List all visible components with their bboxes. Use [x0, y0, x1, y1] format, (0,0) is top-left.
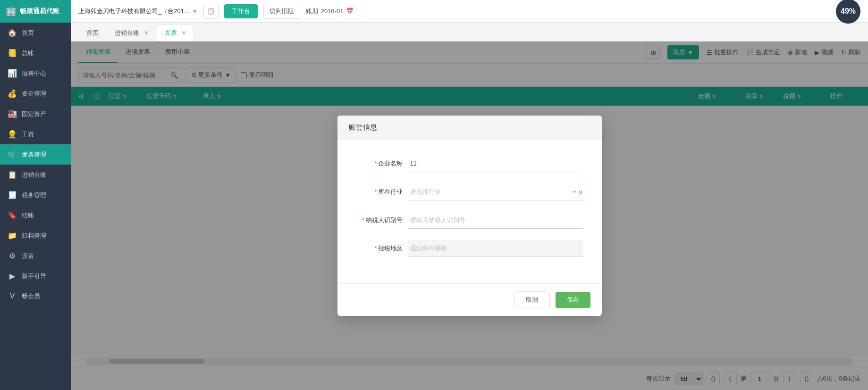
speed-widget: 49% ▲ 8.5K/s ▼ 2.6K/s: [836, 0, 860, 24]
save-button[interactable]: 保存: [556, 292, 590, 308]
home-icon: 🏠: [8, 28, 17, 37]
tab-home[interactable]: 首页: [78, 25, 107, 41]
copy-button[interactable]: 📋: [203, 4, 219, 19]
industry-select-wrap[interactable]: 请选择行业 ∨: [408, 183, 583, 200]
tab-home-label: 首页: [86, 29, 99, 36]
capital-icon: 💰: [8, 89, 17, 98]
app-logo: 🏢 畅康通易代账: [0, 0, 71, 23]
sidebar-item-salestrade[interactable]: 📋 进销台账: [0, 165, 71, 185]
workbench-button[interactable]: 工作台: [224, 4, 258, 18]
company-name-label: *企业名称: [356, 159, 408, 168]
sidebar-item-label: 固定资产: [22, 110, 46, 118]
sidebar-item-guide[interactable]: ▶ 新手引导: [0, 266, 71, 286]
cancel-button[interactable]: 取消: [514, 291, 550, 308]
sidebar-item-label: 报表中心: [22, 69, 46, 78]
sidebar-item-label: 总账: [22, 49, 34, 58]
archive-icon: 📁: [8, 231, 17, 240]
main-area: 上海卯金刀电子科技有限公司_（台201... ▼ 📋 工作台 切到旧版 账期 2…: [71, 0, 868, 390]
tab-invoice-close[interactable]: ✕: [181, 30, 186, 36]
account-info-modal: 账套信息 *企业名称 *所在行业: [337, 116, 602, 316]
modal-footer: 取消 保存: [337, 283, 602, 316]
sidebar-item-label: 归档管理: [22, 232, 46, 240]
settings-icon: ⚙: [8, 251, 17, 260]
sidebar-item-home[interactable]: 🏠 首页: [0, 23, 71, 43]
required-mark-taxid: *: [362, 216, 364, 224]
modal-header: 账套信息: [337, 116, 602, 140]
tab-invoice[interactable]: 发票 ✕: [157, 25, 194, 41]
required-mark: *: [374, 160, 377, 167]
tab-salestrade[interactable]: 进销台账 ✕: [107, 25, 157, 41]
period-value: 2016-01: [321, 8, 344, 15]
modal-row-industry: *所在行业 请选择行业 ∨: [356, 183, 583, 200]
company-name-input[interactable]: [408, 155, 583, 172]
sidebar-item-label: 进销台账: [22, 171, 46, 179]
sidebar: 🏢 畅康通易代账 🏠 首页 📒 总账 📊 报表中心 💰 资金管理 🏭: [0, 0, 71, 390]
modal-row-company: *企业名称: [356, 155, 583, 172]
sidebar-item-taxmgr[interactable]: 🧾 税务管理: [0, 185, 71, 205]
sidebar-item-assets[interactable]: 🏭 固定资产: [0, 104, 71, 124]
sidebar-item-salary[interactable]: 👷 工资: [0, 124, 71, 144]
company-name: 上海卯金刀电子科技有限公司_（台201...: [78, 7, 189, 16]
old-version-button[interactable]: 切到旧版: [263, 4, 300, 19]
tab-invoice-label: 发票: [165, 29, 177, 36]
logo-icon: 🏢: [6, 6, 16, 17]
sidebar-item-label: 资金管理: [22, 90, 46, 98]
topbar: 上海卯金刀电子科技有限公司_（台201... ▼ 📋 工作台 切到旧版 账期 2…: [71, 0, 868, 23]
industry-select[interactable]: 请选择行业: [408, 188, 578, 196]
speed-percent: 49%: [841, 7, 856, 16]
company-dropdown-icon[interactable]: ▼: [192, 8, 198, 15]
sidebar-item-label: 发票管理: [22, 150, 46, 159]
sidebar-item-capital[interactable]: 💰 资金管理: [0, 83, 71, 104]
content-area: 销项发票 进项发票 费用小票 ⊞ 取票 ▼ ☰ 批量操作: [71, 41, 868, 390]
sidebar-item-label: 畅会员: [22, 292, 40, 300]
required-mark-industry: *: [374, 188, 377, 195]
sidebar-item-settle[interactable]: 🔖 结账: [0, 205, 71, 225]
taxregion-placeholder: 通过税号获取: [410, 244, 447, 253]
modal-title: 账套信息: [349, 123, 377, 131]
taxid-input[interactable]: [408, 212, 583, 229]
industry-dropdown-icon: ∨: [578, 188, 583, 196]
modal-row-taxregion: *报税地区 通过税号获取: [356, 240, 583, 257]
tab-salestrade-label: 进销台账: [115, 29, 139, 36]
modal-overlay: 账套信息 *企业名称 *所在行业: [71, 41, 868, 390]
company-info: 上海卯金刀电子科技有限公司_（台201... ▼: [78, 7, 198, 16]
sidebar-item-member[interactable]: V 畅会员: [0, 286, 71, 306]
modal-body: *企业名称 *所在行业 请选择行业: [337, 140, 602, 283]
sidebar-item-label: 首页: [22, 29, 34, 37]
sidebar-item-settings[interactable]: ⚙ 设置: [0, 246, 71, 266]
member-icon: V: [8, 292, 17, 300]
sidebar-item-label: 税务管理: [22, 191, 46, 199]
taxregion-field: 通过税号获取: [408, 240, 583, 257]
sidebar-item-archive[interactable]: 📁 归档管理: [0, 225, 71, 246]
guide-icon: ▶: [8, 272, 17, 281]
period-info: 账期 2016-01 📅: [306, 7, 354, 16]
taxregion-label: *报税地区: [356, 244, 408, 253]
sidebar-item-ledger[interactable]: 📒 总账: [0, 43, 71, 63]
salary-icon: 👷: [8, 130, 17, 139]
app-name: 畅康通易代账: [20, 7, 59, 16]
taxid-label: *纳税人识别号: [356, 216, 408, 224]
required-mark-taxregion: *: [374, 245, 377, 252]
taxmgr-icon: 🧾: [8, 191, 17, 199]
settle-icon: 🔖: [8, 211, 17, 220]
sidebar-item-label: 新手引导: [22, 272, 46, 281]
sidebar-item-label: 设置: [22, 252, 34, 260]
invoice-icon: 🛒: [8, 150, 17, 159]
calendar-icon[interactable]: 📅: [346, 8, 354, 15]
report-icon: 📊: [8, 69, 17, 78]
assets-icon: 🏭: [8, 109, 17, 118]
industry-label: *所在行业: [356, 188, 408, 196]
ledger-icon: 📒: [8, 49, 17, 58]
sidebar-nav: 🏠 首页 📒 总账 📊 报表中心 💰 资金管理 🏭 固定资产 👷 工资: [0, 23, 71, 390]
tab-salestrade-close[interactable]: ✕: [144, 30, 149, 36]
sidebar-item-label: 工资: [22, 130, 34, 139]
tab-bar: 首页 进销台账 ✕ 发票 ✕: [71, 23, 868, 41]
salestrade-icon: 📋: [8, 170, 17, 179]
period-label: 账期: [306, 7, 318, 16]
sidebar-item-label: 结账: [22, 211, 34, 220]
sidebar-item-invoice[interactable]: 🛒 发票管理: [0, 144, 71, 165]
modal-row-taxid: *纳税人识别号: [356, 212, 583, 229]
sidebar-item-report[interactable]: 📊 报表中心: [0, 63, 71, 83]
speed-circle: 49%: [836, 0, 860, 24]
